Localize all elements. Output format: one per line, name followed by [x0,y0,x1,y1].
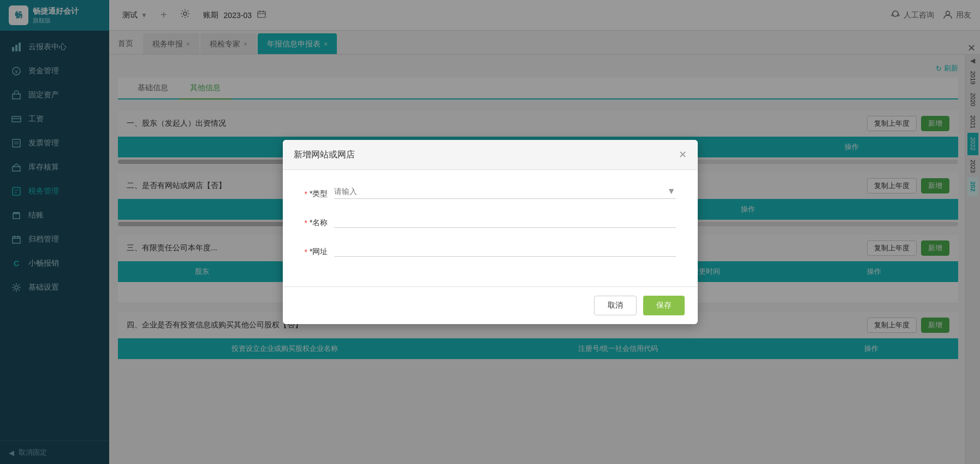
type-select-input[interactable] [334,187,662,196]
form-row-type: * *类型 ▼ [305,186,676,199]
form-label-type: * *类型 [305,189,328,199]
modal-title: 新增网站或网店 [294,149,355,161]
modal-overlay: 新增网站或网店 ✕ * *类型 ▼ * *名称 [0,0,980,464]
modal-body: * *类型 ▼ * *名称 * *网址 [283,170,698,286]
save-button[interactable]: 保存 [643,296,685,315]
form-label-name: * *名称 [305,218,328,228]
modal-footer: 取消 保存 [283,286,698,324]
required-star-name: * [305,219,307,227]
name-input[interactable] [334,212,675,228]
form-row-name: * *名称 [305,212,676,228]
required-star-url: * [305,248,307,256]
type-select-wrapper: ▼ [334,186,675,199]
form-label-url: * *网址 [305,247,328,257]
required-star-type: * [305,190,307,198]
type-dropdown-icon: ▼ [667,186,676,196]
modal-close-button[interactable]: ✕ [679,149,687,161]
modal-header: 新增网站或网店 ✕ [283,140,698,170]
url-input[interactable] [334,241,675,257]
cancel-button[interactable]: 取消 [594,296,637,315]
modal-add-website: 新增网站或网店 ✕ * *类型 ▼ * *名称 [283,140,698,324]
form-row-url: * *网址 [305,241,676,257]
